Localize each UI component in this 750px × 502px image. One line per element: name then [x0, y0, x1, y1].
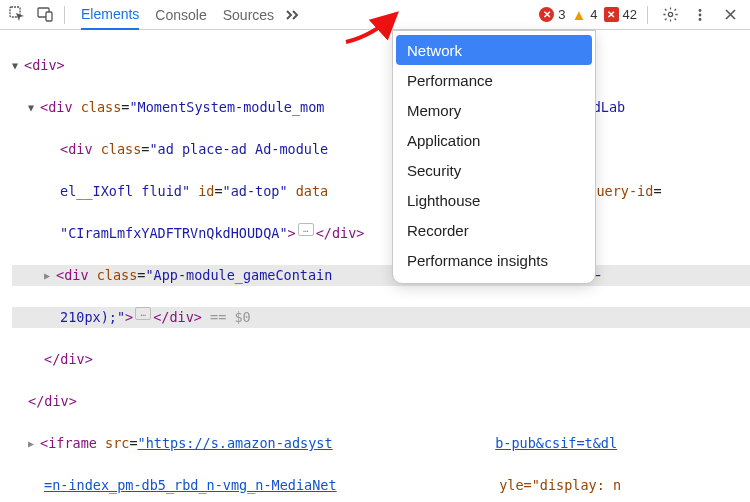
tab-elements[interactable]: Elements — [81, 0, 139, 30]
device-toggle-icon[interactable] — [32, 2, 58, 28]
dropdown-item-memory[interactable]: Memory — [393, 95, 595, 125]
dom-tree[interactable]: ▼<div> ▼<div class="MomentSystem-module_… — [0, 30, 750, 502]
svg-point-3 — [668, 12, 672, 16]
dropdown-item-security[interactable]: Security — [393, 155, 595, 185]
kebab-menu-icon[interactable] — [688, 3, 712, 27]
dropdown-item-recorder[interactable]: Recorder — [393, 215, 595, 245]
divider — [64, 6, 65, 24]
dropdown-item-network[interactable]: Network — [396, 35, 592, 65]
divider — [647, 6, 648, 24]
warning-triangle-icon: ▲ — [571, 7, 586, 22]
dom-node[interactable]: </div> — [28, 391, 77, 412]
svg-point-4 — [699, 9, 702, 12]
ellipsis-expand-icon[interactable]: … — [298, 223, 314, 236]
dom-link[interactable]: "https://s.amazon-adsyst — [138, 433, 333, 454]
error-circle-icon: ✕ — [539, 7, 554, 22]
tab-console[interactable]: Console — [155, 0, 206, 30]
dom-node[interactable]: <div — [60, 139, 101, 160]
dom-node[interactable]: </div> — [44, 349, 93, 370]
dropdown-item-perf-insights[interactable]: Performance insights — [393, 245, 595, 275]
warning-count: 4 — [590, 7, 597, 22]
warning-badge[interactable]: ▲ 4 — [571, 7, 597, 22]
error-count: 3 — [558, 7, 565, 22]
dom-link[interactable]: =n-index_pm-db5_rbd_n-vmg_n-MediaNet — [44, 475, 337, 496]
main-tabs: Elements Console Sources — [81, 0, 274, 30]
dom-node[interactable]: <iframe — [40, 433, 105, 454]
dom-node-selected[interactable]: <div — [56, 265, 97, 286]
svg-rect-2 — [46, 12, 52, 21]
issues-badge[interactable]: ✕ 42 — [604, 7, 637, 22]
close-devtools-icon[interactable] — [718, 3, 742, 27]
error-badge[interactable]: ✕ 3 — [539, 7, 565, 22]
ellipsis-expand-icon[interactable]: … — [135, 307, 151, 320]
tab-sources[interactable]: Sources — [223, 0, 274, 30]
toolbar-right: ✕ 3 ▲ 4 ✕ 42 — [539, 3, 746, 27]
dropdown-item-performance[interactable]: Performance — [393, 65, 595, 95]
issues-square-icon: ✕ — [604, 7, 619, 22]
issues-count: 42 — [623, 7, 637, 22]
more-tabs-chevron-icon[interactable] — [280, 2, 306, 28]
dom-link[interactable]: b-pub&csif=t&dl — [495, 433, 617, 454]
devtools-toolbar: Elements Console Sources ✕ 3 ▲ 4 ✕ 42 — [0, 0, 750, 30]
svg-point-5 — [699, 13, 702, 16]
overflow-tabs-dropdown: Network Performance Memory Application S… — [392, 30, 596, 284]
dropdown-item-application[interactable]: Application — [393, 125, 595, 155]
dom-node[interactable]: <div> — [24, 55, 65, 76]
svg-point-6 — [699, 18, 702, 21]
dropdown-item-lighthouse[interactable]: Lighthouse — [393, 185, 595, 215]
inspect-element-icon[interactable] — [4, 2, 30, 28]
settings-gear-icon[interactable] — [658, 3, 682, 27]
dom-node[interactable]: <div — [40, 97, 81, 118]
